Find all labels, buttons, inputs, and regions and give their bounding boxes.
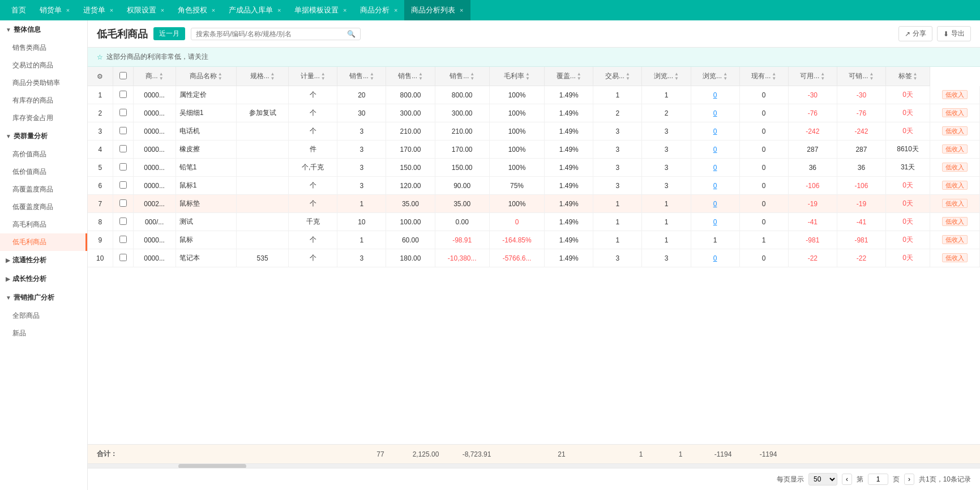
col-name[interactable]: 商品名称▲▼ [176, 67, 236, 86]
table-row: 6 0000... 鼠标1 个 3 120.00 90.00 75% 1.49%… [88, 177, 980, 195]
row-checkbox[interactable] [119, 218, 127, 225]
cell-checkbox[interactable] [113, 104, 133, 122]
close-icon[interactable]: × [460, 7, 463, 14]
sidebar-item-all-goods[interactable]: 全部商品 [0, 307, 87, 325]
share-button[interactable]: ↗ 分享 [898, 26, 932, 41]
sidebar-item-category-rate[interactable]: 商品分类助销率 [0, 74, 87, 92]
search-icon[interactable]: 🔍 [347, 30, 356, 38]
nav-sales[interactable]: 销货单 × [33, 0, 76, 20]
sort-icon: ▲▼ [772, 72, 776, 81]
cell-view1: 0 [691, 122, 739, 140]
sidebar-item-low-value[interactable]: 低价值商品 [0, 163, 87, 181]
sidebar-item-new-goods[interactable]: 新品 [0, 325, 87, 342]
sidebar-group-growth-title[interactable]: ▶ 成长性分析 [0, 270, 87, 288]
sidebar-item-high-margin[interactable]: 高毛利商品 [0, 216, 87, 233]
row-checkbox[interactable] [119, 91, 127, 98]
cell-name: 电话机 [176, 122, 236, 140]
col-amount[interactable]: 销售...▲▼ [435, 67, 489, 86]
cell-name: 属性定价 [176, 86, 236, 104]
search-input[interactable] [196, 30, 347, 38]
cell-unit: 个 [289, 231, 337, 249]
prev-page-button[interactable]: ‹ [842, 474, 852, 485]
sidebar-item-high-coverage[interactable]: 高覆盖度商品 [0, 181, 87, 198]
next-page-button[interactable]: › [904, 474, 914, 485]
cell-checkbox[interactable] [113, 159, 133, 177]
col-qty[interactable]: 销售...▲▼ [337, 67, 386, 86]
row-checkbox[interactable] [119, 145, 127, 152]
cell-salable: 0天 [885, 249, 930, 267]
cell-checkbox[interactable] [113, 177, 133, 195]
export-button[interactable]: ⬇ 导出 [937, 26, 971, 41]
sidebar-item-high-value[interactable]: 高价值商品 [0, 146, 87, 163]
time-filter-button[interactable]: 近一月 [153, 27, 185, 40]
col-trade[interactable]: 交易...▲▼ [593, 67, 642, 86]
nav-product-in[interactable]: 产成品入库单 × [222, 0, 288, 20]
sidebar-item-capital[interactable]: 库存资金占用 [0, 109, 87, 127]
close-icon[interactable]: × [277, 7, 281, 14]
col-spec[interactable]: 规格...▲▼ [236, 67, 288, 86]
col-stock[interactable]: 现有...▲▼ [739, 67, 788, 86]
cell-checkbox[interactable] [113, 140, 133, 159]
col-price[interactable]: 销售...▲▼ [386, 67, 435, 86]
sidebar-item-low-margin[interactable]: 低毛利商品 [0, 233, 87, 251]
sidebar-item-low-coverage[interactable]: 低覆盖度商品 [0, 198, 87, 216]
row-checkbox[interactable] [119, 254, 127, 261]
cell-gross: 1.49% [545, 104, 593, 122]
sidebar-item-stock-goods[interactable]: 有库存的商品 [0, 92, 87, 109]
data-table-container: ⚙ 商...▲▼ 商品名称▲▼ 规格...▲▼ 计量...▲▼ 销售...▲▼ … [88, 67, 980, 444]
cell-checkbox[interactable] [113, 86, 133, 104]
row-checkbox[interactable] [119, 163, 127, 171]
current-page-input[interactable] [868, 474, 888, 485]
col-avail[interactable]: 可用...▲▼ [788, 67, 837, 86]
col-gross[interactable]: 毛利率▲▼ [489, 67, 544, 86]
close-icon[interactable]: × [66, 7, 70, 14]
row-checkbox[interactable] [119, 199, 127, 207]
cell-checkbox[interactable] [113, 213, 133, 231]
row-checkbox[interactable] [119, 127, 127, 134]
nav-home[interactable]: 首页 [5, 0, 33, 20]
sidebar-group-marketing-title[interactable]: ▼ 营销推广分析 [0, 288, 87, 307]
tag-badge: 低收入 [942, 126, 968, 135]
col-view1[interactable]: 浏览...▲▼ [642, 67, 691, 86]
cell-checkbox[interactable] [113, 195, 133, 213]
page-size-select[interactable]: 50 100 200 [808, 473, 837, 485]
nav-permission[interactable]: 权限设置 × [120, 0, 171, 20]
cell-coverage: 3 [593, 249, 642, 267]
cell-tag: 低收入 [930, 86, 980, 104]
table-row: 1 0000... 属性定价 个 20 800.00 800.00 100% 1… [88, 86, 980, 104]
col-code[interactable]: 商...▲▼ [133, 67, 176, 86]
close-icon[interactable]: × [110, 7, 113, 14]
close-icon[interactable]: × [212, 7, 215, 14]
cell-checkbox[interactable] [113, 231, 133, 249]
col-checkbox[interactable] [113, 67, 133, 86]
sidebar-item-traded-goods[interactable]: 交易过的商品 [0, 57, 87, 74]
col-salable[interactable]: 可销...▲▼ [837, 67, 885, 86]
cell-checkbox[interactable] [113, 249, 133, 267]
close-icon[interactable]: × [343, 7, 346, 14]
nav-analysis[interactable]: 商品分析 × [353, 0, 404, 20]
nav-purchase[interactable]: 进货单 × [76, 0, 120, 20]
nav-role[interactable]: 角色授权 × [171, 0, 222, 20]
sidebar-group-cluster-title[interactable]: ▼ 类群量分析 [0, 127, 87, 146]
horizontal-scrollbar[interactable] [88, 463, 980, 468]
sidebar-group-overall-title[interactable]: ▼ 整体信息 [0, 20, 87, 39]
select-all-checkbox[interactable] [119, 72, 127, 79]
nav-template[interactable]: 单据模板设置 × [288, 0, 353, 20]
cell-code: 0000... [133, 86, 176, 104]
sidebar-group-flow-title[interactable]: ▶ 流通性分析 [0, 251, 87, 270]
sidebar-item-sales-goods[interactable]: 销售类商品 [0, 39, 87, 57]
cell-checkbox[interactable] [113, 122, 133, 140]
col-tag[interactable]: 标签▲▼ [885, 67, 930, 86]
col-view2[interactable]: 浏览...▲▼ [691, 67, 739, 86]
cell-salable: 0天 [885, 195, 930, 213]
nav-analysis-list[interactable]: 商品分析列表 × [404, 0, 470, 20]
col-unit[interactable]: 计量...▲▼ [289, 67, 337, 86]
col-settings[interactable]: ⚙ [88, 67, 113, 86]
row-checkbox[interactable] [119, 109, 127, 116]
cell-tag: 低收入 [930, 104, 980, 122]
row-checkbox[interactable] [119, 236, 127, 243]
row-checkbox[interactable] [119, 181, 127, 189]
col-coverage[interactable]: 覆盖...▲▼ [545, 67, 593, 86]
close-icon[interactable]: × [394, 7, 397, 14]
close-icon[interactable]: × [161, 7, 164, 14]
